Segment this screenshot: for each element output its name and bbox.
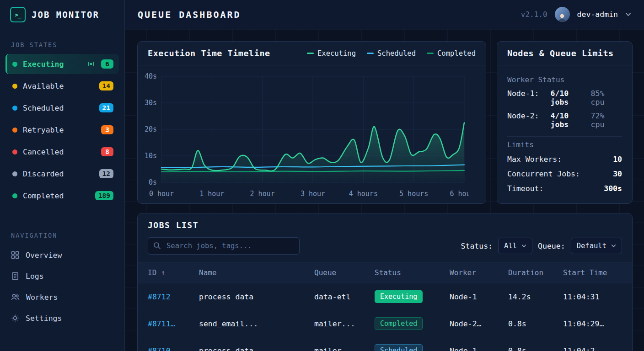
job-states-heading: JOB STATES	[11, 41, 113, 48]
navigation-heading: NAVIGATION	[11, 232, 108, 239]
chevron-down-icon	[611, 244, 616, 248]
svg-text:10s: 10s	[145, 152, 157, 160]
column-header-worker[interactable]: Worker	[442, 262, 501, 283]
user-menu[interactable]: dev-admin	[577, 10, 618, 19]
job-id-link[interactable]: #8711…	[138, 310, 192, 337]
jobs-filters: Status: All Queue: Default	[138, 235, 632, 262]
sidebar-item-workers[interactable]: Workers	[5, 287, 119, 308]
legend-label: Completed	[437, 49, 476, 58]
header-right: v2.1.0 dev-admin	[521, 7, 631, 22]
job-duration: 0.8s	[501, 310, 556, 337]
nav-label: Settings	[26, 314, 62, 323]
column-header-name[interactable]: Name	[192, 262, 307, 283]
column-header-start-time[interactable]: Start Time	[556, 262, 632, 283]
page-title: QUEUE DASHBOARD	[138, 9, 241, 20]
legend-label: Executing	[317, 49, 356, 58]
svg-text:2 hour: 2 hour	[250, 190, 275, 198]
svg-text:4 hours: 4 hours	[349, 190, 378, 198]
limit-value: 300s	[604, 184, 622, 193]
status-select[interactable]: All	[498, 238, 532, 254]
worker-name: Node-2:	[507, 112, 551, 120]
legend-dash-executing	[307, 53, 314, 54]
chart-legend: Executing Scheduled Completed	[307, 49, 476, 58]
queue-filter-label: Queue:	[538, 242, 565, 250]
nav-label: Logs	[26, 272, 44, 281]
scheduled-dot	[12, 106, 17, 111]
sidebar: >_ JOB MONITOR JOB STATES Executing 6 Av…	[0, 0, 125, 351]
users-icon	[11, 293, 20, 301]
worker-row-node2: Node-2: 4/10 jobs 72% cpu	[507, 112, 622, 129]
sidebar-item-overview[interactable]: Overview	[5, 245, 119, 266]
sidebar-state-completed[interactable]: Completed 189	[5, 186, 119, 206]
state-label: Completed	[23, 191, 90, 200]
job-id-link[interactable]: #8710	[138, 337, 192, 351]
search-input[interactable]	[148, 237, 300, 255]
sidebar-item-settings[interactable]: Settings	[5, 308, 119, 329]
limits-heading: Limits	[507, 140, 622, 149]
column-header-status[interactable]: Status	[367, 262, 442, 283]
limit-label: Concurrent Jobs:	[507, 170, 580, 178]
state-count-badge: 12	[99, 169, 113, 178]
main-content: Execution Time Timeline Executing Schedu…	[125, 29, 644, 351]
column-header-duration[interactable]: Duration	[501, 262, 556, 283]
nav-label: Workers	[26, 293, 58, 302]
job-worker: Node-1	[442, 283, 501, 310]
job-name: process_data	[192, 337, 307, 351]
state-count-badge: 189	[95, 191, 113, 200]
sidebar-state-cancelled[interactable]: Cancelled 8	[5, 142, 119, 162]
job-name: send_email...	[192, 310, 307, 337]
worker-cpu: 85% cpu	[591, 89, 622, 106]
svg-text:6 hours: 6 hours	[450, 190, 469, 198]
nodes-body: Worker Status Node-1: 6/10 jobs 85% cpu …	[497, 65, 632, 204]
svg-text:30s: 30s	[145, 99, 157, 107]
job-worker: Node-1	[442, 337, 501, 351]
column-header-queue[interactable]: Queue	[307, 262, 367, 283]
table-row[interactable]: #8711… send_email... mailer... Completed…	[138, 310, 632, 337]
search-box	[148, 237, 300, 255]
live-signal-icon	[86, 61, 96, 67]
job-queue: mailer...	[307, 310, 367, 337]
limit-label: Max Workers:	[507, 155, 562, 164]
terminal-icon: >_	[10, 7, 26, 22]
avatar[interactable]	[555, 7, 570, 22]
retryable-dot	[12, 128, 17, 133]
status-filter-label: Status:	[461, 242, 493, 250]
svg-text:3 hour: 3 hour	[301, 190, 325, 198]
sidebar-state-retryable[interactable]: Retryable 3	[5, 120, 119, 140]
job-start-time: 11:04:29…	[556, 310, 632, 337]
app-root: >_ JOB MONITOR JOB STATES Executing 6 Av…	[0, 0, 644, 351]
execution-time-chart: 0s10s20s30s40s0 hour1 hour2 hour3 hour4 …	[140, 69, 469, 202]
job-queue: mailer	[307, 337, 367, 351]
version-label: v2.1.0	[521, 10, 547, 19]
limit-label: Timeout:	[507, 184, 543, 193]
table-row[interactable]: #8710 process_data mailer Scheduled Node…	[138, 337, 632, 351]
chevron-down-icon[interactable]	[625, 12, 631, 16]
document-icon	[11, 272, 19, 280]
table-row[interactable]: #8712 process_data data-etl Executing No…	[138, 283, 632, 310]
svg-text:1 hour: 1 hour	[199, 190, 224, 198]
navigation-section: NAVIGATION Overview Logs Workers	[5, 216, 119, 329]
search-icon	[153, 242, 161, 251]
sidebar-item-logs[interactable]: Logs	[5, 266, 119, 287]
sidebar-state-discarded[interactable]: Discarded 12	[5, 164, 119, 184]
timeline-card: Execution Time Timeline Executing Schedu…	[137, 41, 486, 204]
jobs-list-header: JOBS LIST	[138, 213, 632, 235]
legend-dash-scheduled	[367, 53, 374, 54]
queue-select-value: Default	[577, 242, 606, 250]
top-header: QUEUE DASHBOARD v2.1.0 dev-admin	[125, 0, 644, 29]
column-header-id[interactable]: ID ↑	[138, 262, 192, 283]
status-badge: Executing	[375, 290, 423, 303]
timeline-card-header: Execution Time Timeline Executing Schedu…	[138, 42, 486, 65]
job-queue: data-etl	[307, 283, 367, 310]
sidebar-state-scheduled[interactable]: Scheduled 21	[5, 98, 119, 118]
sidebar-state-executing[interactable]: Executing 6	[5, 54, 119, 74]
jobs-list-card: JOBS LIST Status: All	[137, 213, 633, 351]
terminal-glyph: >_	[15, 11, 21, 18]
job-id-link[interactable]: #8712	[138, 283, 192, 310]
queue-select[interactable]: Default	[571, 238, 622, 254]
sidebar-state-available[interactable]: Available 14	[5, 76, 119, 96]
job-duration: 0.8s	[501, 337, 556, 351]
svg-text:0 hour: 0 hour	[149, 190, 174, 198]
section-divider	[507, 136, 622, 137]
state-count-badge: 3	[101, 125, 113, 134]
